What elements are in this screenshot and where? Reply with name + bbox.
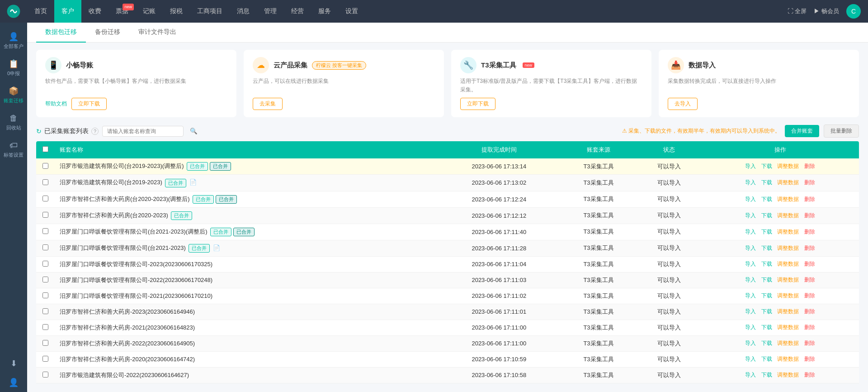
action-delete[interactable]: 删除 [804, 163, 815, 169]
row-checkbox[interactable] [42, 261, 48, 267]
action-import[interactable]: 导入 [745, 308, 756, 315]
nav-service[interactable]: 服务 [311, 0, 338, 23]
action-delete[interactable]: 删除 [804, 196, 815, 202]
action-download[interactable]: 下载 [761, 229, 772, 235]
sidebar-item-recycle[interactable]: 🗑 回收站 [0, 109, 27, 136]
action-download[interactable]: 下载 [761, 308, 772, 315]
action-delete[interactable]: 删除 [804, 261, 815, 267]
dataimport-import-btn[interactable]: 去导入 [668, 98, 698, 110]
action-adjust[interactable]: 调整数据 [777, 196, 799, 202]
nav-invoice[interactable]: 票据 new [108, 0, 136, 23]
nav-settings[interactable]: 设置 [338, 0, 365, 23]
yunproduct-subtitle[interactable]: 柠檬云 按客一键采集 [312, 61, 366, 70]
file-icon[interactable]: 📄 [213, 244, 220, 251]
fullscreen-btn[interactable]: ⛶ 全屏 [788, 7, 807, 15]
action-delete[interactable]: 删除 [804, 308, 815, 315]
action-adjust[interactable]: 调整数据 [777, 245, 799, 251]
action-import[interactable]: 导入 [745, 340, 756, 346]
nav-customer[interactable]: 客户 [54, 0, 81, 23]
row-checkbox[interactable] [42, 244, 48, 250]
xiaochangdaozhang-download-btn[interactable]: 立即下载 [71, 98, 107, 110]
action-download[interactable]: 下载 [761, 356, 772, 362]
nav-operation[interactable]: 经营 [284, 0, 311, 23]
action-delete[interactable]: 删除 [804, 340, 815, 346]
action-import[interactable]: 导入 [745, 229, 756, 235]
action-download[interactable]: 下载 [761, 292, 772, 299]
action-adjust[interactable]: 调整数据 [777, 261, 799, 267]
search-button[interactable]: 🔍 [187, 125, 200, 138]
sidebar-download[interactable]: ⬇ [0, 354, 27, 373]
action-import[interactable]: 导入 [745, 277, 756, 283]
action-adjust[interactable]: 调整数据 [777, 372, 799, 378]
merge-account-btn[interactable]: 合并账套 [785, 125, 819, 137]
sidebar-item-tag-settings[interactable]: 🏷 标签设置 [0, 136, 27, 163]
tab-backup-migration[interactable]: 备份迁移 [86, 23, 129, 43]
action-download[interactable]: 下载 [761, 163, 772, 169]
action-import[interactable]: 导入 [745, 179, 756, 186]
help-icon[interactable]: ? [91, 128, 99, 135]
nav-message[interactable]: 消息 [230, 0, 257, 23]
action-adjust[interactable]: 调整数据 [777, 324, 799, 330]
row-checkbox[interactable] [42, 356, 48, 362]
yunproduct-collect-btn[interactable]: 去采集 [253, 98, 283, 110]
sidebar-user[interactable]: 👤 [0, 373, 27, 392]
row-checkbox[interactable] [42, 196, 48, 201]
action-download[interactable]: 下载 [761, 245, 772, 251]
action-import[interactable]: 导入 [745, 245, 756, 251]
action-download[interactable]: 下载 [761, 277, 772, 283]
sidebar-item-zero-report[interactable]: 📋 0申报 [0, 54, 27, 81]
action-delete[interactable]: 删除 [804, 324, 815, 330]
nav-charge[interactable]: 收费 [81, 0, 108, 23]
nav-tax[interactable]: 报税 [163, 0, 190, 23]
logo[interactable] [0, 0, 27, 23]
row-checkbox[interactable] [42, 340, 48, 346]
row-checkbox[interactable] [42, 163, 48, 169]
action-download[interactable]: 下载 [761, 179, 772, 186]
action-download[interactable]: 下载 [761, 372, 772, 378]
action-import[interactable]: 导入 [745, 324, 756, 330]
action-adjust[interactable]: 调整数据 [777, 356, 799, 362]
row-checkbox[interactable] [42, 324, 48, 330]
action-download[interactable]: 下载 [761, 340, 772, 346]
row-checkbox[interactable] [42, 212, 48, 218]
action-import[interactable]: 导入 [745, 356, 756, 362]
sidebar-item-account-migration[interactable]: 📦 账套迁移 [0, 81, 27, 109]
action-import[interactable]: 导入 [745, 196, 756, 202]
action-delete[interactable]: 删除 [804, 229, 815, 235]
action-adjust[interactable]: 调整数据 [777, 229, 799, 235]
action-delete[interactable]: 删除 [804, 356, 815, 362]
batch-delete-btn[interactable]: 批量删除 [824, 124, 859, 138]
action-import[interactable]: 导入 [745, 372, 756, 378]
row-checkbox[interactable] [42, 292, 48, 298]
tab-audit-export[interactable]: 审计文件导出 [129, 23, 185, 43]
action-import[interactable]: 导入 [745, 212, 756, 219]
nav-bookkeeping[interactable]: 记账 [136, 0, 163, 23]
action-adjust[interactable]: 调整数据 [777, 212, 799, 219]
action-import[interactable]: 导入 [745, 292, 756, 299]
row-checkbox[interactable] [42, 179, 48, 185]
action-adjust[interactable]: 调整数据 [777, 340, 799, 346]
nav-business[interactable]: 工商项目 [190, 0, 230, 23]
action-adjust[interactable]: 调整数据 [777, 179, 799, 186]
row-checkbox[interactable] [42, 277, 48, 282]
avatar[interactable]: C [846, 4, 861, 19]
member-btn[interactable]: ▶ 畅会员 [814, 7, 839, 15]
action-delete[interactable]: 删除 [804, 179, 815, 186]
select-all-checkbox[interactable] [42, 146, 48, 152]
action-delete[interactable]: 删除 [804, 245, 815, 251]
xiaochangdaozhang-help-link[interactable]: 帮助文档 [45, 100, 67, 108]
action-delete[interactable]: 删除 [804, 277, 815, 283]
refresh-icon[interactable]: ↻ [36, 128, 42, 135]
search-input[interactable] [102, 126, 184, 137]
nav-home[interactable]: 首页 [27, 0, 54, 23]
action-download[interactable]: 下载 [761, 212, 772, 219]
action-delete[interactable]: 删除 [804, 372, 815, 378]
row-checkbox[interactable] [42, 228, 48, 234]
action-adjust[interactable]: 调整数据 [777, 292, 799, 299]
action-import[interactable]: 导入 [745, 261, 756, 267]
action-adjust[interactable]: 调整数据 [777, 163, 799, 169]
nav-management[interactable]: 管理 [257, 0, 284, 23]
row-checkbox[interactable] [42, 372, 48, 378]
action-download[interactable]: 下载 [761, 324, 772, 330]
action-adjust[interactable]: 调整数据 [777, 277, 799, 283]
